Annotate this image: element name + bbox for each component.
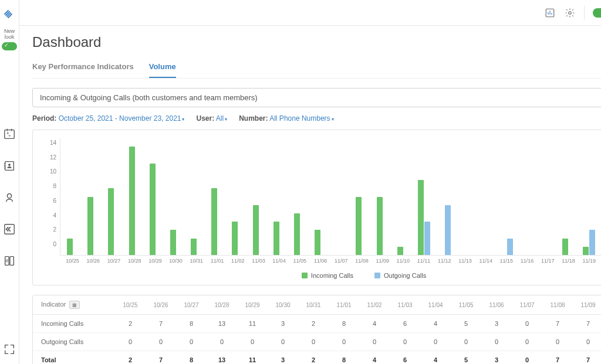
metric-dropdown[interactable]: Incoming & Outgoing Calls (both customer…: [32, 88, 601, 107]
bar-incoming: [562, 239, 568, 255]
bar-group: [104, 138, 124, 255]
bar-incoming: [67, 239, 73, 255]
cell: 0: [268, 333, 298, 351]
number-filter-value[interactable]: All Phone Numbers▾: [269, 114, 333, 123]
bar-incoming: [129, 147, 135, 255]
cell: 8: [329, 351, 359, 364]
availability-toggle[interactable]: [593, 8, 601, 18]
legend-swatch-incoming: [302, 273, 308, 278]
svg-rect-6: [10, 257, 13, 266]
date-header: 11/01: [329, 295, 359, 315]
bar-incoming: [274, 222, 279, 255]
date-header: 11/09: [573, 295, 601, 315]
bar-incoming: [397, 247, 403, 255]
bar-incoming: [583, 247, 589, 255]
svg-point-9: [569, 11, 572, 14]
bar-group: [414, 138, 434, 255]
bar-group: [393, 138, 414, 255]
period-value[interactable]: October 25, 2021 - November 23, 2021▾: [59, 114, 185, 123]
cell: 5: [451, 351, 481, 364]
bar-incoming: [211, 188, 217, 255]
date-header: 11/06: [481, 295, 512, 315]
cell: 0: [359, 333, 390, 351]
dialpad-nav-icon[interactable]: #: [2, 253, 17, 268]
page-title: Dashboard: [32, 34, 601, 50]
bar-group: [146, 138, 166, 255]
app-logo[interactable]: [0, 5, 19, 23]
cell: 0: [237, 333, 268, 351]
bar-group: [228, 138, 248, 255]
calls-nav-icon[interactable]: [2, 127, 17, 142]
cell: 13: [207, 315, 237, 333]
date-header: 10/31: [298, 295, 329, 315]
legend-label-outgoing: Outgoing Calls: [384, 272, 426, 279]
svg-text:#: #: [6, 258, 9, 264]
bar-outgoing: [424, 222, 430, 255]
period-label: Period:: [32, 114, 56, 123]
cell: 0: [207, 333, 237, 351]
export-icon[interactable]: ▦: [69, 301, 80, 309]
cell: 4: [359, 351, 390, 364]
cell: 7: [542, 351, 573, 364]
legend-label-incoming: Incoming Calls: [311, 272, 353, 279]
cell: 11: [237, 351, 268, 364]
cell: 0: [512, 351, 542, 364]
gear-icon[interactable]: [564, 7, 576, 19]
bar-group: [434, 138, 455, 255]
cell: 8: [176, 315, 207, 333]
chart-legend: Incoming Calls Outgoing Calls: [43, 272, 601, 279]
bar-incoming: [87, 197, 93, 256]
bar-incoming: [150, 164, 156, 255]
date-header: 11/07: [512, 295, 542, 315]
bar-group: [331, 138, 352, 255]
legend-swatch-outgoing: [374, 273, 380, 278]
newlook-label: New look: [0, 28, 19, 40]
cell: 2: [115, 315, 146, 333]
indicator-header: Indicator▦: [33, 295, 115, 315]
table-row: Incoming Calls278131132846453077190: [33, 315, 601, 333]
bar-group: [187, 138, 207, 255]
cell: 8: [329, 315, 359, 333]
fullscreen-icon[interactable]: [2, 342, 17, 357]
cell: 8: [176, 351, 207, 364]
newlook-toggle[interactable]: [2, 42, 17, 50]
cell: 3: [481, 351, 512, 364]
bar-group: [517, 138, 538, 255]
cell: 0: [573, 333, 601, 351]
row-label: Total: [33, 351, 115, 364]
cell: 2: [115, 351, 146, 364]
bar-group: [166, 138, 187, 255]
cell: 3: [481, 315, 512, 333]
agent-nav-icon[interactable]: [2, 190, 17, 205]
bar-incoming: [418, 180, 424, 255]
cell: 0: [420, 333, 451, 351]
tab-volume[interactable]: Volume: [149, 59, 176, 78]
bar-outgoing: [507, 239, 513, 255]
bar-group: [63, 138, 83, 255]
date-header: 10/26: [146, 295, 176, 315]
bar-incoming: [253, 205, 259, 255]
contacts-nav-icon[interactable]: [2, 158, 17, 174]
cell: 4: [359, 315, 390, 333]
tab-kpi[interactable]: Key Performance Indicators: [32, 59, 134, 78]
bar-incoming: [232, 222, 238, 255]
cell: 0: [115, 333, 146, 351]
bar-outgoing: [445, 205, 451, 255]
cell: 2: [298, 351, 329, 364]
bar-group: [125, 138, 146, 255]
date-header: 11/02: [359, 295, 390, 315]
tabs: Key Performance Indicators Volume: [32, 59, 601, 79]
cell: 7: [146, 351, 176, 364]
date-header: 11/08: [542, 295, 573, 315]
user-filter-value[interactable]: All▾: [216, 114, 227, 123]
bar-incoming: [170, 230, 176, 255]
cell: 6: [390, 315, 420, 333]
bar-group: [373, 138, 393, 255]
number-filter-label: Number:: [239, 114, 268, 123]
svg-rect-0: [5, 130, 15, 139]
transfer-nav-icon[interactable]: [2, 222, 17, 237]
stats-icon[interactable]: [544, 7, 556, 19]
cell: 0: [512, 333, 542, 351]
bar-group: [310, 138, 331, 255]
bar-group: [83, 138, 104, 255]
